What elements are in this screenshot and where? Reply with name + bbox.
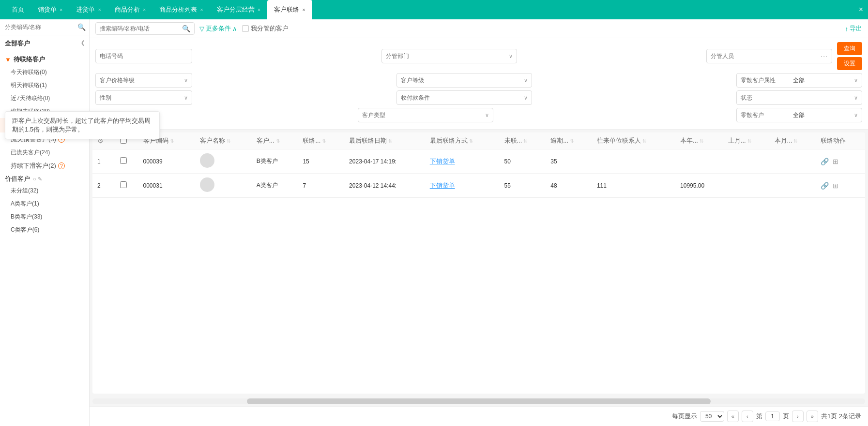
- row2-grade: A类客户: [252, 174, 298, 198]
- col-this-year-header[interactable]: 本年... ⇅: [675, 132, 723, 149]
- sidebar-item-class-a[interactable]: A类客户(1): [0, 197, 89, 210]
- first-page-btn[interactable]: «: [727, 411, 739, 422]
- customer-table: ⚙ 客户编码 ⇅ 客户名称: [92, 132, 865, 198]
- overdue-sort-icon: ⇅: [570, 138, 574, 144]
- export-button[interactable]: ↑ 导出: [845, 24, 863, 33]
- retail-attr-field[interactable]: 零散客户属性 全部 ∨: [736, 73, 862, 88]
- sidebar-collapse-icon[interactable]: 《: [78, 39, 84, 48]
- main-search-icon[interactable]: 🔍: [182, 25, 190, 32]
- my-customers-checkbox[interactable]: [242, 25, 249, 32]
- status-field[interactable]: 状态 ∨: [736, 90, 862, 105]
- payment-field[interactable]: 收付款条件 ∨: [396, 90, 532, 105]
- row2-this-year: 10995.00: [675, 174, 723, 198]
- col-name-header[interactable]: 客户名称 ⇅: [195, 132, 252, 149]
- row2-select[interactable]: [120, 181, 127, 188]
- main-search-input[interactable]: [100, 25, 182, 32]
- filter-bar: 🔍 ▽ 更多条件 ∧ 我分管的客户 ↑ 导出: [90, 19, 868, 38]
- dept-field[interactable]: 分管部门 ∨: [381, 49, 517, 63]
- sidebar-item-ungroup[interactable]: 未分组(32): [0, 184, 89, 197]
- sidebar-item-tomorrow[interactable]: 明天待联络(1): [0, 79, 89, 92]
- scroll-thumb[interactable]: [247, 398, 711, 404]
- tab-product-list[interactable]: 商品分析列表 ×: [152, 0, 210, 19]
- row2-last-method[interactable]: 下销货单: [425, 174, 500, 198]
- sidebar-item-class-b[interactable]: B类客户(33): [0, 210, 89, 223]
- sidebar-item-class-c[interactable]: C类客户(6): [0, 223, 89, 236]
- sidebar-edit-icon[interactable]: ○ ✎: [33, 176, 42, 182]
- close-tab-purchase[interactable]: ×: [98, 7, 101, 13]
- horizontal-scrollbar[interactable]: [92, 398, 865, 404]
- gender-field[interactable]: 性别 ∨: [95, 90, 192, 105]
- prev-page-btn[interactable]: ‹: [742, 411, 753, 422]
- row1-contact-count: 15: [298, 149, 344, 174]
- customer-grade-field[interactable]: 客户等级 ∨: [396, 73, 532, 88]
- col-last-month-header[interactable]: 上月... ⇅: [723, 132, 770, 149]
- col-unlisted-header[interactable]: 未联... ⇅: [500, 132, 546, 149]
- sidebar-search-input[interactable]: [5, 24, 77, 30]
- row1-link-icon[interactable]: 🔗: [821, 158, 829, 165]
- close-tab-product-list[interactable]: ×: [200, 7, 203, 13]
- customer-type-field[interactable]: 客户类型 ∨: [358, 108, 493, 122]
- row2-last-date: 2023-04-12 14:44:: [344, 174, 425, 198]
- settings-button[interactable]: 设置: [837, 57, 862, 70]
- status-arrow: ∨: [854, 95, 858, 101]
- col-last-date-header[interactable]: 最后联络日期 ⇅: [344, 132, 425, 149]
- filter-row-2: 客户价格等级 ∨ 客户等级 ∨ 零散客户属性 全部 ∨: [95, 73, 862, 88]
- declining-help-icon: ?: [58, 162, 65, 169]
- person-sort-icon: ⇅: [642, 138, 646, 144]
- row1-grid-icon[interactable]: ⊞: [833, 158, 838, 165]
- row1-checkbox[interactable]: [115, 149, 138, 174]
- row1-last-method[interactable]: 下销货单: [425, 149, 500, 174]
- row2-link-icon[interactable]: 🔗: [821, 182, 829, 190]
- tab-customer-segments[interactable]: 客户分层经营 ×: [210, 0, 267, 19]
- sidebar-value-section[interactable]: 价值客户 ○ ✎: [0, 173, 89, 184]
- close-all-tabs[interactable]: ×: [859, 5, 863, 14]
- last-page-btn[interactable]: »: [807, 411, 818, 422]
- table-row: 2 000031 A类客户 7 2023-04-12 14:44: 下销货单 5…: [92, 174, 865, 198]
- col-last-method-header[interactable]: 最后联络方式 ⇅: [425, 132, 500, 149]
- row1-select[interactable]: [120, 157, 127, 164]
- tab-home[interactable]: 首页: [5, 0, 31, 19]
- col-contact-person-header[interactable]: 往来单位联系人 ⇅: [592, 132, 675, 149]
- tab-purchase[interactable]: 进货单 ×: [69, 0, 107, 19]
- close-tab-product-analysis[interactable]: ×: [143, 7, 146, 13]
- phone-field[interactable]: 电话号码: [95, 49, 192, 63]
- tab-customer-contact[interactable]: 客户联络 ×: [267, 0, 312, 19]
- table-row: 1 000039 B类客户 15 2023-04-17 14:19: 下销货单 …: [92, 149, 865, 174]
- row1-index: 1: [92, 149, 115, 174]
- more-conditions-btn[interactable]: ▽ 更多条件 ∧: [199, 24, 237, 33]
- close-tab-sales[interactable]: ×: [60, 7, 62, 13]
- main-search-box[interactable]: 🔍: [95, 22, 195, 35]
- sidebar-item-lost[interactable]: 已流失客户(24): [0, 146, 89, 159]
- tab-product-analysis[interactable]: 商品分析 ×: [108, 0, 152, 19]
- chevron-up-icon: ∧: [232, 25, 237, 32]
- close-tab-customer-contact[interactable]: ×: [302, 7, 305, 13]
- row2-actions: 🔗 ⊞: [816, 174, 865, 198]
- sidebar-item-today[interactable]: 今天待联络(0): [0, 66, 89, 79]
- row2-contact-person: 111: [592, 174, 675, 198]
- retail-attr-arrow: ∨: [854, 77, 858, 84]
- customer-type-arrow: ∨: [485, 112, 489, 118]
- col-grade-header[interactable]: 客户... ⇅: [252, 132, 298, 149]
- col-this-month-header[interactable]: 本月... ⇅: [770, 132, 816, 149]
- tab-sales[interactable]: 销货单 ×: [31, 0, 69, 19]
- page-number-input[interactable]: [765, 411, 780, 421]
- my-customers-filter[interactable]: 我分管的客户: [242, 24, 289, 33]
- tooltip: 距客户上次交易时长，超过了此客户的平均交易周期的1.5倍，则视为异常。: [90, 111, 160, 139]
- sidebar-item-declining[interactable]: 持续下滑客户(2) ?: [0, 159, 89, 173]
- row1-grade: B类客户: [252, 149, 298, 174]
- query-button[interactable]: 查询: [837, 42, 862, 55]
- retail-customer-field[interactable]: 零散客户 全部 ∨: [736, 108, 862, 122]
- data-table-container: ⚙ 客户编码 ⇅ 客户名称: [92, 132, 865, 394]
- col-contact-count-header[interactable]: 联络... ⇅: [298, 132, 344, 149]
- next-page-btn[interactable]: ›: [792, 411, 804, 422]
- row2-checkbox[interactable]: [115, 174, 138, 198]
- close-tab-customer-segments[interactable]: ×: [258, 7, 260, 13]
- per-page-select[interactable]: 50 100: [700, 411, 724, 422]
- sidebar-item-7days[interactable]: 近7天待联络(0): [0, 92, 89, 105]
- price-grade-field[interactable]: 客户价格等级 ∨: [95, 73, 192, 88]
- sidebar-pending-section[interactable]: ▼ 待联络客户: [0, 52, 89, 66]
- manager-field[interactable]: 分管人员 ···: [706, 49, 832, 63]
- row2-grid-icon[interactable]: ⊞: [833, 182, 838, 190]
- sidebar-all-customers-title[interactable]: 全部客户 《: [0, 35, 89, 52]
- col-overdue-header[interactable]: 逾期... ⇅: [546, 132, 592, 149]
